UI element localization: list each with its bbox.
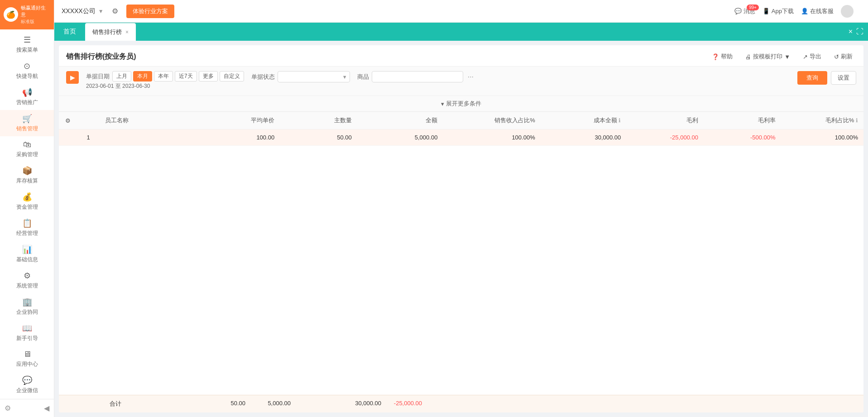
- footer-avg-cell: [164, 400, 205, 408]
- tabbar-maximize-btn[interactable]: ⛶: [856, 28, 863, 36]
- sidebar-item-newbie[interactable]: 📖 新手引导: [0, 320, 54, 346]
- app-download-button[interactable]: 📱 App下载: [762, 7, 794, 15]
- footer-gross-cell: -25,000.00: [381, 400, 422, 408]
- trial-button[interactable]: 体验行业方案: [126, 5, 174, 18]
- export-icon: ↗: [803, 53, 808, 60]
- filter-toggle-btn[interactable]: ▶: [66, 71, 79, 84]
- status-filter-group: 单据状态 ▼: [251, 71, 350, 82]
- sidebar-item-corp[interactable]: 🏢 企业协同: [0, 293, 54, 320]
- period-btn-this-year[interactable]: 本年: [154, 71, 173, 81]
- row-cost-cell: 30,000.00: [541, 129, 627, 146]
- system-icon: ⚙: [24, 271, 31, 281]
- print-button[interactable]: 🖨 按模板打印 ▼: [742, 51, 794, 62]
- row-grossrate-cell: -500.00%: [704, 129, 781, 146]
- wechat-icon: 💬: [22, 375, 32, 385]
- cost-info-icon[interactable]: ℹ: [619, 117, 621, 124]
- main-area: XXXXX公司 ▼ ⚙ 体验行业方案 💬 消息 99+ 📱 App下载 👤 在线…: [54, 0, 868, 417]
- period-btn-custom[interactable]: 自定义: [220, 71, 244, 81]
- tab-sales-ranking[interactable]: 销售排行榜 ×: [85, 23, 136, 41]
- message-button[interactable]: 💬 消息 99+: [734, 7, 755, 15]
- print-chevron-icon: ▼: [784, 53, 790, 60]
- topbar-settings-btn[interactable]: ⚙: [108, 5, 122, 18]
- sidebar-item-label: 经营管理: [16, 230, 38, 237]
- user-avatar[interactable]: [841, 5, 854, 18]
- sidebar-item-label: 销售管理: [16, 125, 38, 133]
- sidebar-item-label: 新手引导: [16, 335, 38, 342]
- marketing-icon: 📢: [22, 87, 32, 97]
- sidebar-item-label: 快捷导航: [16, 72, 38, 80]
- sidebar-item-marketing[interactable]: 📢 营销推广: [0, 84, 54, 110]
- tab-home[interactable]: 首页: [54, 23, 85, 41]
- tabbar-actions: × ⛶: [849, 28, 868, 36]
- export-button[interactable]: ↗ 导出: [799, 51, 825, 62]
- company-chevron-icon: ▼: [98, 8, 104, 14]
- print-label: 按模板打印: [753, 53, 782, 61]
- page-header: 销售排行榜(按业务员) ❓ 帮助 🖨 按模板打印 ▼ ↗ 导出: [59, 45, 863, 67]
- finance-icon: 💰: [22, 192, 32, 202]
- company-selector[interactable]: XXXXX公司 ▼: [62, 7, 104, 15]
- help-button[interactable]: ❓ 帮助: [708, 51, 736, 62]
- period-btn-last-month[interactable]: 上月: [112, 71, 131, 81]
- sidebar-item-system[interactable]: ⚙ 系统管理: [0, 267, 54, 293]
- footer-salespct-cell: [291, 400, 336, 408]
- sidebar-item-shortcuts[interactable]: ⊙ 快捷导航: [0, 58, 54, 84]
- corp-icon: 🏢: [22, 297, 32, 307]
- tab-home-label: 首页: [63, 28, 76, 36]
- logo-area: 🍊 畅赢通好生意 标准版: [0, 0, 54, 29]
- query-button[interactable]: 查询: [797, 71, 827, 85]
- sidebar-item-purchase[interactable]: 🛍 采购管理: [0, 136, 54, 162]
- col-gross-pct: 毛利占比% ℹ: [781, 112, 863, 129]
- table-footer: 合计 50.00 5,000.00 30,000.00 -25,000.00: [59, 395, 863, 412]
- service-icon: 👤: [801, 8, 808, 14]
- sidebar-collapse-btn[interactable]: ◀: [44, 404, 49, 412]
- sidebar-item-finance[interactable]: 💰 资金管理: [0, 188, 54, 215]
- operations-icon: 📋: [22, 218, 32, 228]
- refresh-button[interactable]: ↺ 刷新: [830, 51, 856, 62]
- row-qty-cell: 50.00: [280, 129, 357, 146]
- col-amount: 全额: [357, 112, 443, 129]
- period-btn-this-month[interactable]: 本月: [133, 71, 152, 81]
- sidebar-item-basic[interactable]: 📊 基础信息: [0, 241, 54, 267]
- page-title: 销售排行榜(按业务员): [66, 52, 136, 62]
- col-settings-icon[interactable]: ⚙: [65, 117, 71, 124]
- sidebar-item-apps[interactable]: 🖥 应用中心: [0, 346, 54, 372]
- row-index-cell: 1: [77, 129, 100, 146]
- logo-name: 畅赢通好生意: [21, 5, 50, 19]
- tab-close-icon[interactable]: ×: [125, 29, 129, 35]
- online-service-button[interactable]: 👤 在线客服: [801, 7, 834, 15]
- table-header-row: ⚙ 员工名称 平均单价 主数量: [59, 112, 863, 129]
- col-gross-rate: 毛利率: [704, 112, 781, 129]
- col-gross: 毛利: [626, 112, 704, 129]
- row-avg-cell: 100.00: [203, 129, 280, 146]
- newbie-icon: 📖: [22, 323, 32, 333]
- col-index: [77, 112, 100, 129]
- grosspct-info-icon[interactable]: ℹ: [856, 117, 858, 124]
- sidebar-item-search[interactable]: ☰ 搜索菜单: [0, 31, 54, 58]
- sidebar-item-label: 应用中心: [16, 360, 38, 368]
- filter-main-row: ▶ 单据日期 上月 本月 本年 近7天 更多 自定义: [59, 67, 863, 93]
- expand-icon: ▾: [441, 101, 444, 107]
- status-label: 单据状态: [251, 73, 275, 81]
- sidebar-item-wechat[interactable]: 💬 企业微信: [0, 372, 54, 398]
- sidebar-item-sales[interactable]: 🛒 销售管理: [0, 110, 54, 136]
- goods-more-btn[interactable]: ···: [466, 73, 475, 81]
- col-settings: ⚙: [59, 112, 77, 129]
- status-select[interactable]: [278, 71, 350, 82]
- goods-input[interactable]: [372, 71, 463, 82]
- tabbar-close-btn[interactable]: ×: [849, 28, 853, 36]
- period-btn-7days[interactable]: 近7天: [175, 71, 197, 81]
- sidebar-settings-btn[interactable]: ⚙: [5, 404, 11, 412]
- app-download-label: App下载: [772, 7, 794, 15]
- purchase-icon: 🛍: [23, 140, 31, 149]
- sidebar-item-label: 基础信息: [16, 256, 38, 264]
- help-label: 帮助: [721, 53, 733, 61]
- footer-amount-cell: 5,000.00: [245, 400, 291, 408]
- app-download-icon: 📱: [762, 8, 770, 14]
- settings-small-button[interactable]: 设置: [831, 71, 856, 85]
- sidebar-item-operations[interactable]: 📋 经营管理: [0, 215, 54, 241]
- period-btn-more[interactable]: 更多: [199, 71, 218, 81]
- sidebar-item-inventory[interactable]: 📦 库存核算: [0, 162, 54, 188]
- footer-gross: -25,000.00: [394, 400, 422, 407]
- expand-conditions-btn[interactable]: ▾ 展开更多条件: [436, 98, 487, 110]
- refresh-icon: ↺: [834, 53, 839, 60]
